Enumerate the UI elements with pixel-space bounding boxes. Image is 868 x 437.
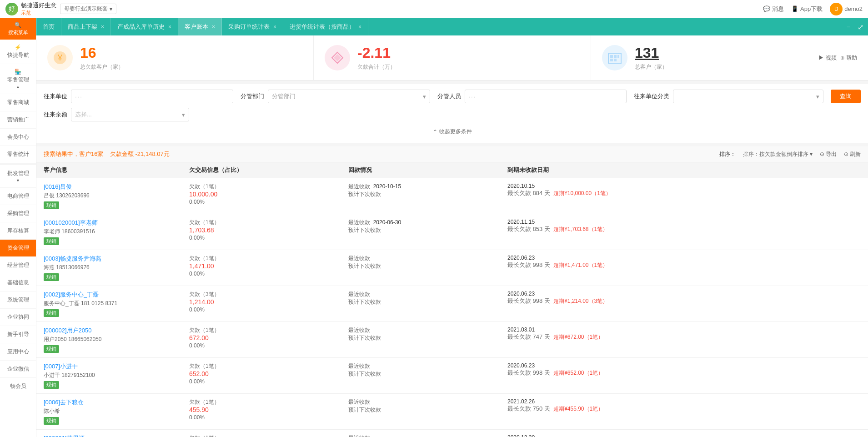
chevron-down-category: ▾ (816, 93, 819, 100)
sidebar-item-operation[interactable]: 经营管理 (0, 257, 36, 274)
sidebar-item-vip[interactable]: 畅会员 (0, 378, 36, 395)
tab-home[interactable]: 首页 (36, 18, 61, 35)
phone-icon: 📱 (791, 5, 798, 12)
sidebar-item-app-center[interactable]: 应用中心 (0, 343, 36, 361)
view-video-btn[interactable]: ▶ 视频 (818, 54, 836, 62)
recovery-label-6: 最近收款 (348, 398, 507, 406)
debt-percent-1: 0.00% (189, 235, 348, 241)
tab-close-purchase-order[interactable]: × (273, 24, 276, 30)
overdue-link-6[interactable]: 超期¥455.90（1笔） (553, 406, 603, 412)
export-btn[interactable]: ⊙ 导出 (820, 151, 837, 158)
overdue-date-5: 2020.06.23 (507, 362, 861, 369)
filter-manager: 分管人员 ··· (437, 90, 627, 103)
sidebar-item-marketing[interactable]: 营销推广 (0, 111, 36, 129)
customer-phone-1: 李老师 18600391516 (44, 228, 189, 236)
sidebar-item-enterprise[interactable]: 企业协同 (0, 309, 36, 326)
customer-name-6[interactable]: [0006]去下粮仓 (44, 399, 84, 406)
expand-icon: ▲ (16, 85, 20, 89)
refresh-btn[interactable]: ⊙ 刷新 (844, 151, 861, 158)
tab-close-production-history[interactable]: × (168, 24, 171, 30)
customer-name-1[interactable]: [0001020001]李老师 (44, 219, 98, 226)
sidebar-item-inventory[interactable]: 库存核算 (0, 222, 36, 240)
customer-info-4: [000002]用户2050 用户2050 18665062050 现销 (44, 326, 189, 353)
tab-purchase-order[interactable]: 采购订单统计表 × (222, 18, 283, 35)
tab-close-product-shelf[interactable]: × (101, 24, 104, 30)
sidebar-item-guide[interactable]: 新手引导 (0, 326, 36, 343)
tab-maximize-btn[interactable]: ⤢ (857, 22, 864, 32)
customer-name-0[interactable]: [0016]吕俊 (44, 183, 72, 190)
customer-name-7[interactable]: [000001]黄思源 (44, 435, 85, 437)
main-content: 首页 商品上下架 × 产成品入库单历史 × 客户账本 × 采购订单统计表 × 进… (36, 18, 868, 437)
overdue-link-2[interactable]: 超期¥1,471.00（1笔） (553, 262, 608, 268)
col-header-debt: 欠交易信息（占比） (189, 166, 348, 174)
tab-production-history[interactable]: 产成品入库单历史 × (111, 18, 178, 35)
overdue-link-0[interactable]: 超期¥10,000.00（1笔） (553, 190, 611, 196)
tab-customer-account[interactable]: 客户账本 × (178, 18, 222, 35)
overdue-link-4[interactable]: 超期¥672.00（1笔） (553, 334, 603, 340)
recovery-next-1: 预计下次收款 (348, 226, 507, 234)
tab-close-purchase-stats[interactable]: × (358, 24, 361, 30)
svg-rect-9 (614, 59, 617, 61)
tab-purchase-stats[interactable]: 进货单统计表（按商品） × (283, 18, 368, 35)
tab-product-shelf[interactable]: 商品上下架 × (61, 18, 111, 35)
customer-info-3: [0002]服务中心_丁磊 服务中心_丁磊 181 0125 8371 现销 (44, 291, 189, 317)
table-row: [0016]吕俊 吕俊 13026203696 现销 欠款（1笔） 10,000… (36, 178, 868, 214)
user-menu[interactable]: D demo2 (830, 3, 863, 15)
overdue-date-3: 2020.06.23 (507, 291, 861, 297)
sidebar-item-finance[interactable]: 资金管理 (0, 240, 36, 257)
recovery-info-3: 最近收款 预计下次收款 (348, 291, 507, 306)
sidebar-item-retail-store[interactable]: 零售商城 (0, 94, 36, 111)
filter-dept: 分管部门 分管部门 ▾ (241, 90, 430, 103)
customer-name-3[interactable]: [0002]服务中心_丁磊 (44, 291, 99, 298)
sidebar-item-member[interactable]: 会员中心 (0, 129, 36, 146)
app-download-btn[interactable]: 📱 App下载 (791, 5, 823, 13)
message-btn[interactable]: 💬 消息 (763, 5, 784, 13)
sidebar-item-system[interactable]: 系统管理 (0, 291, 36, 309)
sidebar-item-basic-info[interactable]: 基础信息 (0, 274, 36, 291)
sidebar-item-quick-nav[interactable]: ⚡ 快捷导航 (0, 40, 36, 64)
customer-name-2[interactable]: [0003]畅捷服务尹海燕 (44, 255, 101, 262)
sidebar-item-purchase[interactable]: 采购管理 (0, 205, 36, 222)
recovery-info-6: 最近收款 预计下次收款 (348, 398, 507, 414)
help-btn[interactable]: ⊙ 帮助 (840, 54, 857, 62)
chevron-down-balance: ▾ (182, 111, 185, 118)
customer-name-5[interactable]: [0007]小进干 (44, 363, 78, 370)
debt-amount-6: 455.90 (189, 406, 348, 413)
industry-selector[interactable]: 母婴行业演示账套 ▾ (60, 4, 116, 14)
debt-info-1: 欠款（1笔） 1,703.68 0.00% (189, 219, 348, 241)
sidebar-item-retail-mgmt[interactable]: 🏪 零售管理 ▲ (0, 64, 36, 94)
manager-input[interactable]: ··· (465, 90, 627, 103)
sidebar-item-retail-stats[interactable]: 零售统计 (0, 146, 36, 163)
svg-rect-8 (610, 59, 613, 61)
overdue-link-3[interactable]: 超期¥1,214.00（3笔） (553, 298, 608, 304)
sidebar-item-batch-mgmt[interactable]: 批发管理 ▼ (0, 165, 36, 188)
filter-area: 往来单位 ··· 分管部门 分管部门 ▾ 分管人员 (36, 84, 868, 143)
manager-label: 分管人员 (437, 92, 461, 100)
result-summary: 搜索结果中，客户16家 欠款金额 -21,148.07元 (44, 150, 170, 158)
recovery-info-0: 最近收款 2020-10-15 预计下次收款 (348, 183, 507, 198)
from-unit-input[interactable]: ··· (71, 90, 233, 103)
col-header-overdue: 到期未收款日期 (507, 166, 861, 174)
tab-minimize-btn[interactable]: － (844, 21, 853, 33)
overdue-link-5[interactable]: 超期¥652.00（1笔） (553, 370, 603, 376)
balance-select[interactable]: 选择... ▾ (71, 108, 189, 121)
stat-card-debt-total: -2.11 欠款合计（万） (314, 35, 591, 80)
data-table: 客户信息 欠交易信息（占比） 回款情况 到期未收款日期 [0016]吕俊 吕俊 … (36, 162, 868, 437)
collapse-filter-btn[interactable]: ⌃ 收起更多条件 (427, 126, 477, 137)
sidebar-item-ecommerce[interactable]: 电商管理 (0, 188, 36, 205)
from-unit-dots: ··· (75, 93, 83, 100)
dept-select[interactable]: 分管部门 ▾ (268, 90, 430, 103)
chevron-down-dept: ▾ (423, 93, 426, 100)
overdue-info-6: 2021.02.26 最长欠款 750 天 超期¥455.90（1笔） (507, 398, 861, 413)
tab-close-customer-account[interactable]: × (212, 24, 215, 30)
sidebar-item-wechat[interactable]: 企业微信 (0, 361, 36, 378)
sidebar-search[interactable]: 🔍 搜索菜单 (0, 18, 36, 40)
customer-name-4[interactable]: [000002]用户2050 (44, 327, 92, 334)
customer-tag-3: 现销 (44, 309, 59, 317)
recovery-next-5: 预计下次收款 (348, 370, 507, 378)
sort-selector[interactable]: 排序：按欠款金额倒序排序 ▾ (743, 151, 813, 158)
overdue-link-1[interactable]: 超期¥1,703.68（1笔） (553, 226, 608, 232)
table-row: [000001]黄思源 黄思源 13552700226 现销 欠款（1笔） 42… (36, 430, 868, 437)
search-button[interactable]: 查询 (831, 90, 861, 103)
unit-category-select[interactable]: ▾ (673, 90, 823, 103)
